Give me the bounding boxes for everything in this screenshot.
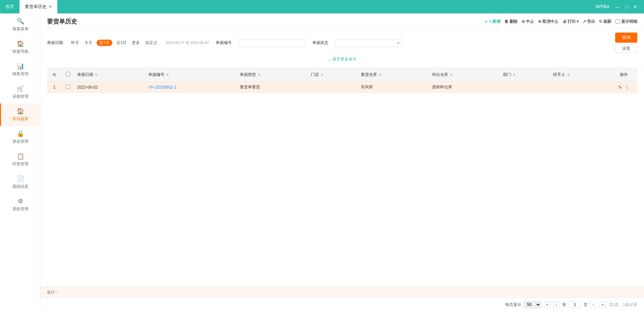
summary-label: 合计： — [47, 290, 59, 295]
table-head: ⚙ 单据日期 ⇅ 单据编号 ⇅ — [47, 68, 637, 82]
row-doc-date: 2023-06-02 — [74, 82, 145, 93]
col-store: 门店 ⇅ — [308, 68, 358, 82]
row-doc-no-link[interactable]: YH-20230602-1 — [148, 85, 177, 90]
date-btn-today[interactable]: 今天 — [83, 40, 94, 46]
table-container: ⚙ 单据日期 ⇅ 单据编号 ⇅ — [40, 68, 644, 286]
page-suffix-label: 页 — [584, 302, 588, 308]
sidebar-item-sales-mgmt[interactable]: 📊 销售管理 — [0, 58, 40, 81]
date-filters: 昨天 今天 近7天 近1月 更多 自定义 — [70, 40, 159, 46]
display-detail-checkbox[interactable]: 显示明细 — [615, 19, 637, 25]
new-button[interactable]: ＋ + 新增 — [484, 19, 500, 25]
sidebar-item-system-mgmt[interactable]: ⚙ 系统管理 — [0, 193, 40, 216]
sort-icon-handler[interactable]: ⇅ — [567, 73, 570, 77]
expand-more-button[interactable]: ⌄ 展开更多条件 — [326, 55, 358, 63]
date-btn-1month[interactable]: 近1月 — [115, 40, 128, 46]
content-area: 要货单历史 ＋ + 新增 🗑 删除 ⊘ 中止 ⊘ 取消中止 — [40, 13, 644, 311]
filter-actions: 查询 设置 — [615, 33, 637, 53]
total-info: 共1页，1条记录 — [609, 302, 637, 308]
pagination: 每页显示 50 100 200 « ‹ 第 页 › » 共1页，1条记录 — [40, 298, 644, 311]
close-icon[interactable]: ✕ — [633, 4, 637, 9]
display-detail-check[interactable] — [615, 19, 620, 24]
tab-close-icon[interactable]: ✕ — [49, 4, 52, 9]
select-all-checkbox[interactable] — [66, 72, 70, 76]
stop-icon: ⊘ — [522, 19, 525, 24]
col-pending-warehouse: 待出仓库 ⇅ — [429, 68, 500, 82]
col-doc-no: 单据编号 ⇅ — [145, 68, 236, 82]
row-more-icon[interactable]: ⋮ — [625, 85, 630, 90]
minimize-icon[interactable]: — — [615, 4, 620, 9]
maximize-icon[interactable]: □ — [625, 4, 628, 9]
sidebar-item-search-menu[interactable]: 🔍 搜索菜单 — [0, 13, 40, 36]
per-page-label: 每页显示 — [505, 302, 521, 308]
refresh-button[interactable]: ↻ 刷新 — [599, 19, 611, 25]
sidebar-item-finance-mgmt[interactable]: 🔒 资金管理 — [0, 126, 40, 148]
date-btn-7days[interactable]: 近7天 — [97, 40, 112, 46]
cancel-stop-button[interactable]: ⊘ 取消中止 — [538, 19, 558, 25]
doc-status-select[interactable] — [335, 39, 402, 47]
sidebar-item-quick-nav[interactable]: 🏠 快捷导航 — [0, 36, 40, 58]
export-button[interactable]: ↗ 导出 — [583, 19, 595, 25]
row-handler — [550, 82, 610, 93]
inventory-icon: 🏠 — [17, 107, 24, 115]
sidebar-item-label: 基础信息 — [12, 184, 29, 189]
tab-requisition-history[interactable]: 要货单历史 ✕ — [19, 0, 57, 13]
col-doc-date: 单据日期 ⇅ — [74, 68, 145, 82]
print-button[interactable]: 🖨 打印 ▾ — [562, 19, 579, 25]
sort-icon-dept[interactable]: ⇅ — [513, 73, 516, 77]
sort-icon-docno[interactable]: ⇅ — [166, 73, 169, 77]
per-page-select[interactable]: 50 100 200 — [524, 301, 541, 308]
table-footer: 合计： — [40, 286, 644, 298]
sort-icon-pending-wh[interactable]: ⇅ — [450, 73, 452, 77]
print-icon: 🖨 — [562, 19, 567, 24]
expand-icon: ⌄ — [328, 57, 331, 62]
sidebar-item-label: 快捷导航 — [12, 49, 29, 54]
page-input[interactable] — [569, 301, 581, 308]
last-page-button[interactable]: » — [599, 301, 606, 308]
query-button[interactable]: 查询 — [615, 33, 637, 43]
doc-no-input[interactable] — [238, 39, 306, 47]
operations-mgmt-icon: 📋 — [17, 152, 24, 160]
doc-status-label: 单据状态 — [312, 40, 328, 46]
col-handler: 经手人 ⇅ — [550, 68, 610, 82]
table-body: 1 2023-06-02 YH-20230602-1 要货单要货 车间库 原材料… — [47, 82, 637, 93]
sidebar-item-operations-mgmt[interactable]: 📋 经营管理 — [0, 148, 40, 171]
sidebar-item-label: 采购管理 — [12, 94, 29, 99]
sort-icon-store[interactable]: ⇅ — [321, 73, 323, 77]
sidebar-item-inventory[interactable]: 🏠 库存核算 — [0, 103, 40, 126]
date-btn-more[interactable]: 更多 — [130, 40, 141, 46]
sort-icon-doctype[interactable]: ⇅ — [258, 73, 260, 77]
table-settings-icon[interactable]: ⚙ — [50, 71, 58, 79]
setting-button[interactable]: 设置 — [615, 44, 637, 53]
stop-button[interactable]: ⊘ 中止 — [522, 19, 534, 25]
first-page-button[interactable]: « — [544, 301, 551, 308]
tab-home[interactable]: 首页 — [0, 0, 19, 13]
date-btn-yesterday[interactable]: 昨天 — [70, 40, 80, 46]
prev-page-button[interactable]: ‹ — [553, 301, 559, 308]
sort-icon-req-wh[interactable]: ⇅ — [379, 73, 381, 77]
top-bar: 首页 要货单历史 ✕ OfTEn — □ ✕ — [0, 0, 644, 13]
table-row[interactable]: 1 2023-06-02 YH-20230602-1 要货单要货 车间库 原材料… — [47, 82, 637, 93]
search-menu-icon: 🔍 — [17, 17, 24, 25]
row-checkbox[interactable] — [66, 85, 70, 89]
tab-label: 要货单历史 — [25, 4, 47, 10]
main-layout: 🔍 搜索菜单 🏠 快捷导航 📊 销售管理 🛒 采购管理 🏠 库存核算 🔒 资金管… — [0, 13, 644, 311]
sidebar-item-label: 搜索菜单 — [12, 26, 29, 32]
export-icon: ↗ — [583, 19, 586, 24]
row-department — [500, 82, 550, 93]
date-btn-custom[interactable]: 自定义 — [144, 40, 159, 46]
quick-nav-icon: 🏠 — [17, 40, 24, 47]
sort-icon-date[interactable]: ⇅ — [95, 73, 98, 77]
next-page-button[interactable]: › — [590, 301, 596, 308]
row-edit-icon[interactable]: ✎ — [618, 85, 622, 90]
delete-icon: 🗑 — [504, 19, 508, 24]
delete-button[interactable]: 🗑 删除 — [504, 19, 518, 25]
sidebar-item-basic-info[interactable]: 📄 基础信息 — [0, 171, 40, 193]
refresh-icon: ↻ — [599, 19, 602, 24]
row-index: 1 — [53, 85, 56, 90]
filter-row-1: 单据日期 昨天 今天 近7天 近1月 更多 自定义 2023-05-27 至 2… — [47, 33, 637, 53]
page-header: 要货单历史 ＋ + 新增 🗑 删除 ⊘ 中止 ⊘ 取消中止 — [40, 13, 644, 29]
print-dropdown-icon: ▾ — [577, 19, 579, 24]
sidebar-item-label: 资金管理 — [12, 139, 29, 144]
col-req-warehouse: 要货仓库 ⇅ — [358, 68, 429, 82]
sidebar-item-purchase-mgmt[interactable]: 🛒 采购管理 — [0, 81, 40, 103]
